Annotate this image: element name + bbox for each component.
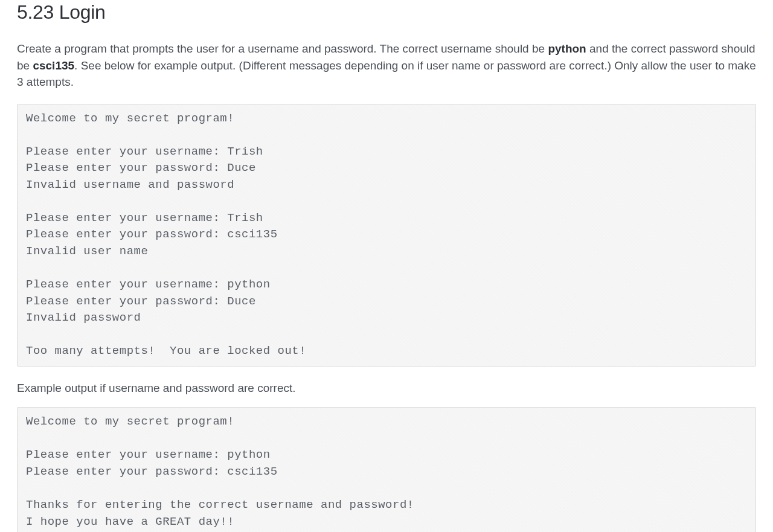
example-output-block-2: Welcome to my secret program! Please ent… (17, 407, 756, 532)
bold-username: python (548, 42, 586, 55)
instructions-text-prefix: Create a program that prompts the user f… (17, 42, 548, 55)
example-caption-2: Example output if username and password … (17, 380, 756, 397)
bold-password: csci135 (33, 59, 74, 72)
section-heading: 5.23 Login (17, 1, 756, 24)
example-output-block-1: Welcome to my secret program! Please ent… (17, 104, 756, 367)
instructions-paragraph: Create a program that prompts the user f… (17, 40, 756, 91)
instructions-text-suffix: . See below for example output. (Differe… (17, 59, 756, 89)
